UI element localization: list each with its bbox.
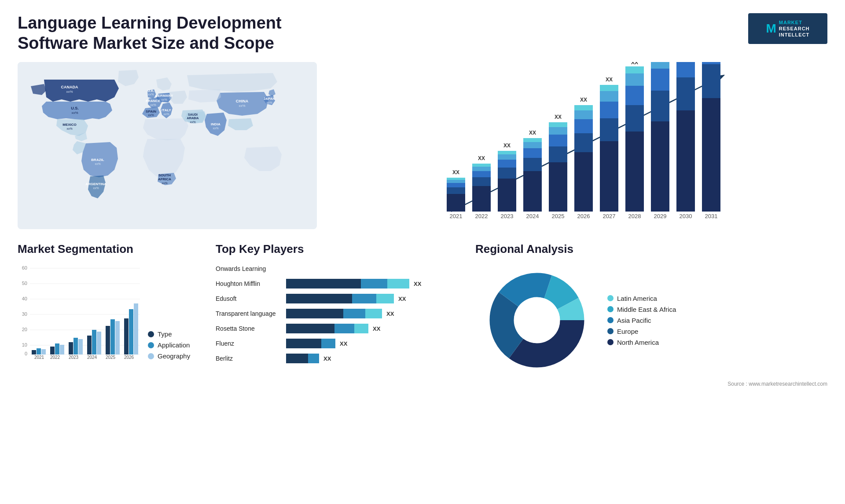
application-label: Application bbox=[158, 341, 190, 349]
svg-rect-34 bbox=[498, 179, 516, 212]
player-name-edusoft: Edusoft bbox=[216, 295, 282, 302]
svg-rect-27 bbox=[472, 186, 491, 212]
bar-2029: XX 2029 bbox=[651, 62, 669, 219]
svg-text:20: 20 bbox=[22, 327, 27, 332]
world-map-svg: CANADA xx% U.S. xx% MEXICO xx% BRAZIL xx… bbox=[18, 62, 317, 229]
svg-text:XX: XX bbox=[452, 169, 459, 175]
regional-legend: Latin America Middle East & Africa Asia … bbox=[607, 295, 676, 346]
player-bar-onwards bbox=[286, 263, 462, 274]
svg-text:60: 60 bbox=[22, 265, 27, 270]
svg-text:xx%: xx% bbox=[213, 127, 218, 130]
svg-text:2025: 2025 bbox=[552, 213, 565, 219]
svg-rect-76 bbox=[651, 121, 669, 212]
south-africa-label: SOUTH bbox=[158, 173, 171, 177]
player-bar-edusoft: XX bbox=[286, 293, 462, 304]
legend-application: Application bbox=[148, 341, 190, 349]
svg-rect-65 bbox=[600, 91, 618, 102]
svg-rect-31 bbox=[472, 164, 491, 167]
svg-rect-55 bbox=[574, 152, 593, 212]
latin-america-label: Latin America bbox=[617, 295, 657, 302]
svg-text:2031: 2031 bbox=[705, 213, 718, 219]
svg-text:XX: XX bbox=[631, 62, 638, 66]
north-america-label: North America bbox=[617, 339, 659, 346]
geography-label: Geography bbox=[158, 352, 190, 360]
svg-rect-72 bbox=[625, 73, 644, 86]
donut-area: Latin America Middle East & Africa Asia … bbox=[475, 263, 827, 377]
legend-latin-america: Latin America bbox=[607, 295, 676, 302]
svg-rect-127 bbox=[129, 309, 133, 354]
svg-text:40: 40 bbox=[22, 296, 27, 301]
segmentation-title: Market Segmentation bbox=[18, 242, 202, 256]
player-row-houghton: Houghton Mifflin XX bbox=[216, 278, 462, 289]
svg-text:2023: 2023 bbox=[501, 213, 514, 219]
logo-letter: M bbox=[766, 21, 776, 37]
svg-text:2025: 2025 bbox=[106, 355, 116, 360]
svg-rect-45 bbox=[523, 138, 542, 142]
svg-text:30: 30 bbox=[22, 311, 27, 317]
italy-label: ITALY bbox=[162, 108, 171, 112]
svg-rect-30 bbox=[472, 167, 491, 171]
svg-text:XX: XX bbox=[478, 155, 485, 161]
growth-chart-container: XX 2021 XX 2022 XX 2023 bbox=[330, 62, 827, 229]
svg-rect-116 bbox=[78, 339, 83, 354]
brazil-label: BRAZIL bbox=[91, 158, 104, 162]
world-map-container: CANADA xx% U.S. xx% MEXICO xx% BRAZIL xx… bbox=[18, 62, 317, 229]
logo: M MARKET RESEARCH INTELLECT bbox=[748, 13, 827, 44]
player-row-fluenz: Fluenz XX bbox=[216, 338, 462, 349]
svg-rect-57 bbox=[574, 119, 593, 133]
svg-text:xx%: xx% bbox=[93, 186, 99, 190]
svg-text:XX: XX bbox=[529, 130, 536, 136]
player-name-houghton: Houghton Mifflin bbox=[216, 280, 282, 287]
svg-text:2024: 2024 bbox=[87, 355, 97, 360]
svg-text:xx%: xx% bbox=[66, 90, 73, 94]
players-title: Top Key Players bbox=[216, 242, 462, 256]
svg-rect-119 bbox=[92, 330, 96, 354]
svg-rect-108 bbox=[41, 349, 46, 354]
svg-rect-88 bbox=[702, 64, 720, 98]
spain-label: SPAIN bbox=[146, 110, 156, 113]
svg-text:XX: XX bbox=[503, 142, 511, 149]
logo-text: MARKET RESEARCH INTELLECT bbox=[779, 19, 810, 38]
svg-rect-28 bbox=[472, 177, 491, 186]
bar-2023: XX 2023 bbox=[498, 142, 516, 219]
svg-rect-20 bbox=[447, 194, 465, 212]
svg-text:XX: XX bbox=[555, 114, 562, 120]
svg-rect-126 bbox=[124, 318, 129, 354]
svg-rect-107 bbox=[37, 348, 41, 354]
svg-text:2028: 2028 bbox=[628, 213, 641, 219]
svg-rect-89 bbox=[702, 62, 720, 64]
svg-text:xx%: xx% bbox=[161, 98, 167, 101]
svg-rect-112 bbox=[60, 345, 64, 354]
svg-text:0: 0 bbox=[25, 351, 27, 356]
svg-rect-63 bbox=[600, 118, 618, 141]
segmentation-legend: Type Application Geography bbox=[148, 330, 190, 360]
svg-text:2030: 2030 bbox=[680, 213, 692, 219]
svg-rect-73 bbox=[625, 66, 644, 73]
legend-geography: Geography bbox=[148, 352, 190, 360]
svg-rect-115 bbox=[73, 338, 78, 354]
svg-rect-84 bbox=[676, 62, 695, 77]
svg-rect-59 bbox=[574, 105, 593, 110]
bar-2026: XX 2026 bbox=[574, 97, 593, 219]
svg-text:xx%: xx% bbox=[190, 121, 195, 124]
bar-2021: XX 2021 bbox=[447, 169, 465, 219]
canada-label: CANADA bbox=[61, 85, 78, 89]
svg-rect-62 bbox=[600, 141, 618, 212]
svg-rect-56 bbox=[574, 133, 593, 152]
player-bar-fluenz: XX bbox=[286, 338, 462, 349]
svg-text:xx%: xx% bbox=[150, 103, 156, 106]
uk-label: U.K. bbox=[147, 89, 154, 93]
svg-text:XX: XX bbox=[606, 77, 613, 83]
svg-rect-123 bbox=[110, 319, 115, 354]
svg-rect-106 bbox=[32, 350, 36, 354]
svg-text:10: 10 bbox=[22, 342, 27, 347]
svg-rect-124 bbox=[115, 321, 120, 354]
player-row-rosetta: Rosetta Stone XX bbox=[216, 323, 462, 334]
svg-rect-87 bbox=[702, 98, 720, 212]
europe-label: Europe bbox=[617, 328, 638, 335]
player-row-transparent: Transparent language XX bbox=[216, 308, 462, 319]
bar-2031: XX 2031 bbox=[702, 62, 720, 219]
bar-2028: XX 2028 bbox=[625, 62, 644, 219]
player-name-rosetta: Rosetta Stone bbox=[216, 325, 282, 332]
svg-rect-37 bbox=[498, 154, 516, 160]
